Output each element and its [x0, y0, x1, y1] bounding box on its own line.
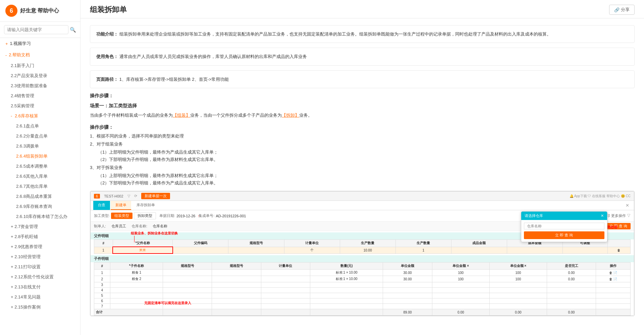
step3-sub1: （1）上部明细为父件明细，最终作为原材料生成其它出库单； — [98, 173, 635, 179]
sidebar-item-2-1[interactable]: 2.1新手入门 — [0, 61, 80, 71]
cth-u2: 单位金额 × — [432, 263, 489, 270]
cth-u3: 单位金额 × — [489, 263, 547, 270]
app-form-order: AD-20191226-001 — [216, 214, 246, 218]
sidebar-item-2-9[interactable]: + 2.9优惠券管理 — [0, 242, 80, 252]
main-content: 组装拆卸单 🔗 分享 功能介绍： 组装拆卸单用来处理企业组装或拆卸等加工业务，支… — [80, 0, 644, 335]
dialog-warehouse-input[interactable] — [524, 223, 604, 229]
sidebar-item-2-6-10[interactable]: 2.6.10库存账本错了怎么办 — [0, 212, 80, 222]
path-text: 1、库存核算->库存管理->组装拆卸单 2、首页->常用功能 — [119, 77, 229, 82]
cell-spec — [228, 247, 284, 254]
scenario1-desc-text2: 业务，当由一个父件拆分成多个子产品的业务为 — [190, 113, 282, 118]
cth-ops: 操作 — [596, 263, 631, 270]
cell-cost1 — [451, 247, 507, 254]
sidebar-item-2-12[interactable]: + 2.12系统个性化设置 — [0, 272, 80, 282]
logo-text: 好生意 帮助中心 — [20, 7, 59, 14]
expand-icon-2-9: + — [11, 244, 13, 249]
warehouse-dialog: 请选择仓库 ✕ 立 即 查 询 — [521, 211, 607, 242]
share-button[interactable]: 🔗 分享 — [609, 5, 635, 15]
app-close-btn[interactable]: ✕ — [624, 201, 631, 210]
dialog-body: 立 即 查 询 — [521, 220, 607, 242]
expand-icon: + — [5, 41, 8, 46]
form-date-area: 单据日期: 2019-12-26 — [159, 213, 195, 218]
sidebar-item-2-10[interactable]: + 2.10经营管理 — [0, 252, 80, 262]
sidebar-item-docs[interactable]: - 2.帮助文档 — [0, 49, 80, 61]
sidebar-item-2-6-1[interactable]: 2.6.1盘点单 — [0, 121, 80, 131]
order-label: 集成单号: — [199, 213, 214, 218]
search-button[interactable]: 🔍 — [70, 27, 76, 33]
link-disassembly[interactable]: 【拆卸】 — [282, 113, 299, 118]
page-header: 组装拆卸单 🔗 分享 — [80, 0, 644, 18]
app-disassembly-type-btn[interactable]: 拆卸类型 — [134, 212, 156, 219]
step2-sub1: （1）上部明细为父件明细，最终作为产成品生成其它入库单； — [98, 149, 635, 155]
scenario1-desc: 当由多个子件材料组装成一个成品的业务为【组装】业务，当由一个父件拆分成多个子产品… — [90, 111, 635, 120]
app-tab-self-check[interactable]: 自查 — [93, 201, 110, 210]
sidebar-item-2-14[interactable]: + 2.14常见问题 — [0, 292, 80, 302]
sidebar-item-2-6-3[interactable]: 2.6.3调拨单 — [0, 141, 80, 151]
share-icon: 🔗 — [614, 7, 620, 12]
sidebar-item-2-2[interactable]: 2.2产品安装及登录 — [0, 71, 80, 81]
cth-u1: 单位金额 — [383, 263, 432, 270]
sidebar-item-2-8[interactable]: + 2.8手机旺铺 — [0, 232, 80, 242]
cell-parent-name: 米米 — [113, 247, 173, 254]
sidebar-item-2-15[interactable]: + 2.15操作案例 — [0, 302, 80, 312]
link-assembly[interactable]: 【组装】 — [173, 113, 190, 118]
app-dept-val: 仓库名称 — [153, 224, 167, 229]
func-intro-label: 功能介绍： — [96, 32, 118, 37]
sidebar-item-2-5[interactable]: 2.5采购管理 — [0, 101, 80, 111]
expand-icon-2-14: + — [11, 294, 13, 299]
app-tab-inventory[interactable]: 库存拆卸单 — [132, 201, 160, 210]
step3-text: 3、对于拆装业务 — [90, 165, 635, 171]
sidebar-item-2-6-8[interactable]: 2.6.8商品成本重算 — [0, 191, 80, 202]
sidebar-item-video[interactable]: + 1.视频学习 — [0, 38, 80, 49]
expand-icon-2-11: + — [11, 264, 13, 269]
app-icons-right: 🔔 App下载 🛡 在线客服 帮助中心 😊 CC — [570, 194, 631, 199]
sidebar-item-2-4[interactable]: 2.4销售管理 — [0, 91, 80, 101]
search-input[interactable] — [4, 25, 68, 34]
app-dept-label: 仓库名称: — [131, 224, 147, 229]
sidebar-item-2-6-9[interactable]: 2.6.9库存账本查询 — [0, 202, 80, 212]
dialog-close-btn[interactable]: ✕ — [601, 213, 604, 218]
scenario1-desc-text3: 业务。 — [299, 113, 312, 118]
nav-list: + 1.视频学习 - 2.帮助文档 2.1新手入门 2.2产品安装及登录 2.3… — [0, 38, 80, 335]
app-version-icon: ▽ — [127, 194, 130, 198]
child-table-footer: 合计 89.000.000.00 0.00 — [94, 309, 631, 316]
func-intro-block: 功能介绍： 组装拆卸单用来处理企业组装或拆卸等加工业务，支持有固定装配清单的产品… — [90, 25, 635, 43]
cell-qty2: 1 — [395, 247, 451, 254]
sidebar-item-2-6-5[interactable]: 2.6.5成本调整单 — [0, 161, 80, 171]
scenario1-desc-text: 当由多个子件材料组装成一个成品的业务为 — [90, 113, 173, 118]
sidebar-item-label: 1.视频学习 — [10, 41, 31, 47]
sidebar-item-2-3[interactable]: 2.3使用前数据准备 — [0, 81, 80, 91]
sidebar-item-2-6-7[interactable]: 2.6.7其他出库单 — [0, 181, 80, 191]
sidebar-item-2-6[interactable]: - 2.6库存核算 — [0, 111, 80, 121]
form-order-area: 集成单号: AD-20191226-001 — [199, 213, 246, 218]
sidebar-item-2-6-2[interactable]: 2.6.2分量盘点单 — [0, 131, 80, 141]
share-label: 分享 — [621, 7, 630, 13]
dialog-query-btn[interactable]: 立 即 查 询 — [524, 231, 604, 239]
path-block: 页面路径： 1、库存核算->库存管理->组装拆卸单 2、首页->常用功能 — [90, 70, 635, 88]
screenshot-container: 6 TEST-H002 ▽ ⟳ 新建单据一次 🔔 App下载 🛡 在线客服 帮助… — [90, 191, 635, 316]
child-row-3: 3 — [94, 282, 631, 288]
th-spec: 规格型号 — [228, 240, 284, 247]
app-id: TEST-H002 — [104, 194, 123, 198]
sidebar-item-2-13[interactable]: + 2.13在线支付 — [0, 282, 80, 292]
sidebar-item-2-11[interactable]: + 2.11打印设置 — [0, 262, 80, 272]
cth-done: 是否完工 — [547, 263, 596, 270]
sidebar-item-2-6-4[interactable]: 2.6.4组装拆卸单 — [0, 151, 80, 161]
step2-text: 2、对于组装业务 — [90, 141, 635, 147]
cell-adj — [563, 247, 608, 254]
sidebar-item-2-7[interactable]: + 2.7资金管理 — [0, 222, 80, 232]
ops-steps-title: 操作步骤： — [90, 124, 635, 130]
app-assembly-type-btn[interactable]: 组装类型 — [111, 213, 132, 219]
sidebar: 6 好生意 帮助中心 🔍 + 1.视频学习 - 2.帮助文档 2.1新手入门 2… — [0, 0, 80, 335]
app-refresh-icon: ⟳ — [134, 194, 137, 198]
date-label: 单据日期: — [159, 213, 175, 218]
role-label: 使用角色： — [96, 54, 118, 59]
app-new-order-btn[interactable]: 新建单据一次 — [141, 193, 170, 199]
dialog-title: 请选择仓库 — [525, 213, 543, 218]
child-table-title: 子件明细 — [91, 255, 634, 262]
step2-sub2: （2）下部明细为子件明细，最终作为原材料生成其它出库单。 — [98, 157, 635, 163]
app-tab-new-order[interactable]: 新建单 — [111, 201, 131, 210]
dialog-header: 请选择仓库 ✕ — [521, 212, 607, 220]
sidebar-item-2-6-6[interactable]: 2.6.6其他入库单 — [0, 171, 80, 181]
app-creator-val: 仓库员工 — [111, 224, 126, 229]
